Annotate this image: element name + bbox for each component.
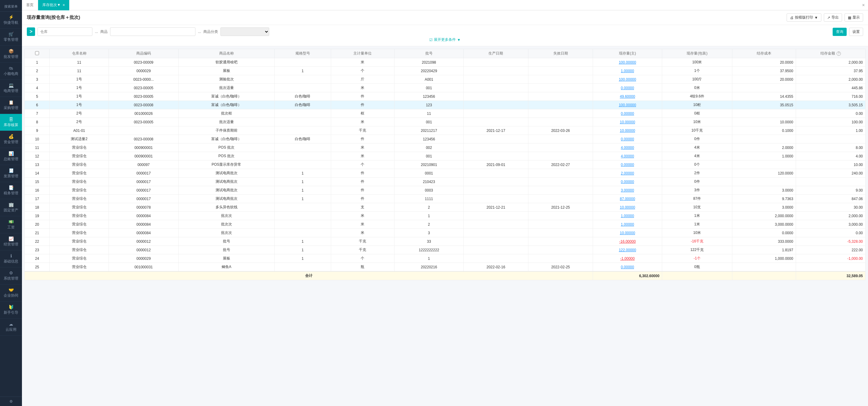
cell-qty-main[interactable]: -1.00000 xyxy=(593,254,662,263)
cell-exp-date xyxy=(528,135,593,143)
tab-home[interactable]: 首页 xyxy=(22,0,38,10)
sidebar-item-inventory[interactable]: 🗄 库存核算 xyxy=(0,114,22,131)
cell-qty-main[interactable]: 0.00000 xyxy=(593,109,662,118)
cell-qty-main[interactable]: 0.00000 xyxy=(593,177,662,186)
sidebar-item-tax[interactable]: 📑 税务管理 xyxy=(0,182,22,199)
cell-qty-main[interactable]: 2.00000 xyxy=(593,169,662,177)
cell-spec xyxy=(274,126,331,135)
cell-qty-main[interactable]: 0.00000 xyxy=(593,84,662,92)
export-button[interactable]: ↗ 导出 xyxy=(824,13,842,22)
expand-conditions-button[interactable]: ☑ 展开更多条件 ▼ xyxy=(27,36,863,43)
tab-close-icon[interactable]: ✕ xyxy=(62,3,65,7)
cell-exp-date: 2021-12-25 xyxy=(528,203,593,212)
sidebar-item-mini-ecom[interactable]: 🛍 小额电商 xyxy=(0,63,22,80)
sidebar-item-collab[interactable]: 🤝 企业协同 xyxy=(0,284,22,302)
row-num: 1 xyxy=(25,58,50,67)
sidebar-item-basic[interactable]: ℹ 基础信息 xyxy=(0,250,22,267)
window-close-icon[interactable]: ✕ xyxy=(861,3,866,7)
cell-exp-date xyxy=(528,195,593,203)
sidebar-item-retail[interactable]: 🛒 零售管理 xyxy=(0,29,22,46)
row-num: 19 xyxy=(25,212,50,220)
search-button[interactable]: 查询 xyxy=(833,28,847,36)
cell-qty-main[interactable]: 4.00000 xyxy=(593,143,662,152)
sidebar-item-wholesale[interactable]: 📦 批发管理 xyxy=(0,46,22,63)
sidebar-item-invoice[interactable]: 🧾 发票管理 xyxy=(0,165,22,182)
cell-exp-date: 2022-03-26 xyxy=(528,126,593,135)
sidebar-item-ecom[interactable]: 💻 电商管理 xyxy=(0,80,22,97)
cell-prod-date: 2021-09-01 xyxy=(463,161,528,169)
sidebar-item-finance[interactable]: 💰 资金管理 xyxy=(0,131,22,148)
table-row: 23 营业综仓 0000012 批号 1 千克 1222222222 122.0… xyxy=(25,246,866,254)
row-num: 13 xyxy=(25,161,50,169)
table-row: 7 2号 001000026 批次框 框 11 0.00000 0框 0.00 xyxy=(25,109,866,118)
sidebar-item-guide[interactable]: 🔰 新手引导 xyxy=(0,302,22,318)
cell-cost: 1.0000 xyxy=(732,152,796,161)
settings-filter-button[interactable]: 设置 xyxy=(849,28,863,36)
product-input[interactable] xyxy=(110,27,195,36)
th-warehouse: 仓库名称 xyxy=(50,49,109,58)
cell-qty-main[interactable]: 0.00000 xyxy=(593,135,662,143)
cell-cost: 2.0000 xyxy=(732,143,796,152)
sidebar-item-cloud[interactable]: ☁ 云应用 xyxy=(0,318,22,336)
cell-qty-main[interactable]: 122.00000 xyxy=(593,246,662,254)
cell-qty-main[interactable]: 100.00000 xyxy=(593,58,662,67)
th-batch: 批号 xyxy=(395,49,464,58)
display-icon: ▦ xyxy=(848,15,851,20)
tab-inventory-batch[interactable]: 库存批次▼ ✕ xyxy=(38,0,69,10)
help-icon[interactable]: ? xyxy=(837,52,841,56)
cell-exp-date xyxy=(528,109,593,118)
cell-exp-date xyxy=(528,254,593,263)
cell-qty-main[interactable]: 10.00000 xyxy=(593,229,662,237)
cell-amount: 2,000.00 xyxy=(796,75,865,84)
cell-qty-main[interactable]: 87.00000 xyxy=(593,195,662,203)
ops-icon: 📈 xyxy=(1,236,21,241)
cell-qty-main[interactable]: 10.00000 xyxy=(593,203,662,212)
cell-qty-main[interactable]: 49.60000 xyxy=(593,92,662,101)
cell-exp-date xyxy=(528,169,593,177)
cell-prod-date: 2021-12-17 xyxy=(463,126,528,135)
cell-qty-main[interactable]: 4.00000 xyxy=(593,152,662,161)
sidebar-item-general[interactable]: 📊 总账管理 xyxy=(0,148,22,165)
table-wrapper[interactable]: 仓库名称 商品编码 商品名称 规格型号 主计量单位 批号 生产日期 失效日期 现… xyxy=(22,46,868,406)
sidebar-search[interactable]: 搜索菜单 xyxy=(0,2,22,11)
sidebar-item-system[interactable]: ⚙ 系统管理 xyxy=(0,267,22,284)
cell-qty-main[interactable]: 10.00000 xyxy=(593,126,662,135)
cell-cost xyxy=(732,161,796,169)
sidebar-item-quick-nav[interactable]: ⚡ 快捷导航 xyxy=(0,11,22,29)
select-all-checkbox[interactable] xyxy=(35,51,39,55)
sidebar: 搜索菜单 ⚡ 快捷导航 🛒 零售管理 📦 批发管理 🛍 小额电商 💻 电商管理 … xyxy=(0,0,22,406)
cell-unit: 个 xyxy=(331,254,394,263)
sidebar-item-fixed-asset[interactable]: 🏢 固定资产 xyxy=(0,199,22,216)
cell-qty-main[interactable]: 1.00000 xyxy=(593,67,662,75)
filter-expand-button[interactable]: > xyxy=(27,27,35,36)
th-checkbox[interactable] xyxy=(25,49,50,58)
sidebar-item-payroll[interactable]: 💵 工资 xyxy=(0,216,22,233)
cell-qty-main[interactable]: 100.00000 xyxy=(593,75,662,84)
print-button[interactable]: 🖨 按模版打印 ▼ xyxy=(786,13,822,22)
cell-qty-main[interactable]: 1.00000 xyxy=(593,220,662,229)
cell-qty-main[interactable]: 100.00000 xyxy=(593,101,662,109)
cell-batch: 20220429 xyxy=(395,67,464,75)
cell-unit: 米 xyxy=(331,229,394,237)
cell-spec: 白色/咖啡 xyxy=(274,101,331,109)
filter-row-1: > ... 商品 ... 商品分类 查询 设置 xyxy=(27,27,863,36)
cell-qty-main[interactable]: 0.00000 xyxy=(593,161,662,169)
cell-qty-main[interactable]: 10.00000 xyxy=(593,118,662,126)
sidebar-item-purchase[interactable]: 📋 采购管理 xyxy=(0,97,22,114)
cell-qty-main[interactable]: 0.00000 xyxy=(593,263,662,272)
cell-qty-main[interactable]: 1.00000 xyxy=(593,212,662,220)
sidebar-item-ops[interactable]: 📈 经营管理 xyxy=(0,233,22,250)
cell-amount: 8.00 xyxy=(796,143,865,152)
cell-qty-pkg: 4米 xyxy=(662,143,732,152)
row-num: 24 xyxy=(25,254,50,263)
th-prod-date: 生产日期 xyxy=(463,49,528,58)
cell-cost: 0.1000 xyxy=(732,126,796,135)
warehouse-input[interactable] xyxy=(37,27,92,36)
display-button[interactable]: ▦ 显示 xyxy=(844,13,863,22)
cell-batch: 1 xyxy=(395,212,464,220)
cell-code: 0000029 xyxy=(109,254,178,263)
category-select[interactable] xyxy=(220,27,269,36)
sidebar-settings[interactable]: ⚙ xyxy=(0,397,22,406)
cell-qty-main[interactable]: -16.00000 xyxy=(593,237,662,246)
cell-qty-main[interactable]: 3.00000 xyxy=(593,186,662,195)
